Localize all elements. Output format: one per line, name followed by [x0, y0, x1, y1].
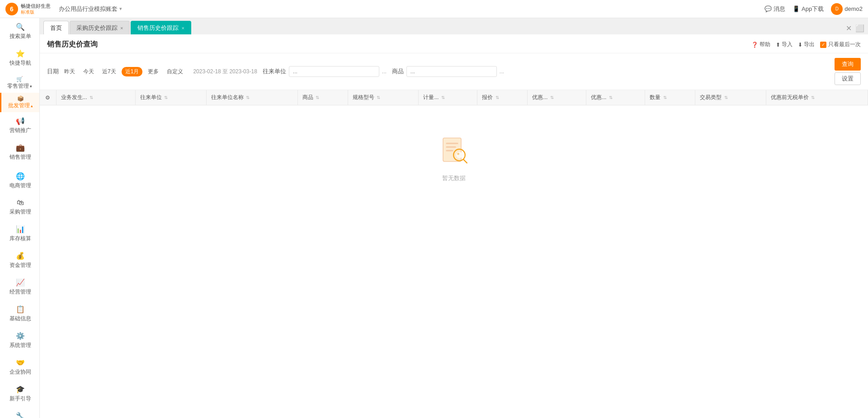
date-btn-custom[interactable]: 自定义	[164, 67, 186, 76]
import-icon: ⬆	[776, 42, 780, 48]
sidebar-item-sales-mgmt[interactable]: 💼 销售管理	[0, 139, 39, 166]
partner-filter-group: 往来单位 ...	[263, 66, 387, 77]
th-setting[interactable]: ⚙	[40, 90, 56, 105]
help-button[interactable]: ❓ 帮助	[751, 41, 770, 48]
th-unit[interactable]: 计量... ⇅	[419, 90, 477, 105]
th-pretax-price[interactable]: 优惠前无税单价 ⇅	[766, 90, 868, 105]
th-partner-name[interactable]: 往来单位名称 ⇅	[206, 90, 297, 105]
sort-icon: ⇅	[495, 95, 499, 100]
goods-input[interactable]	[406, 66, 497, 77]
svg-rect-1	[446, 142, 458, 144]
date-btn-today[interactable]: 今天	[80, 67, 97, 76]
sidebar-item-finance[interactable]: 💰 资金管理	[0, 247, 39, 274]
th-spec[interactable]: 规格型号 ⇅	[348, 90, 419, 105]
import-button[interactable]: ⬆ 导入	[776, 41, 793, 48]
th-biz-date[interactable]: 业务发生... ⇅	[56, 90, 136, 105]
date-btn-more[interactable]: 更多	[145, 67, 161, 76]
sort-icon: ⇅	[550, 95, 554, 100]
system-icon: ⚙️	[16, 332, 25, 340]
sidebar-item-guide[interactable]: 🎓 新手引导	[0, 380, 39, 407]
content-area: 首页 采购历史价跟踪 × 销售历史价跟踪 × ✕ ⬜ 销售历史价查询	[40, 18, 868, 418]
sidebar-item-purchase-mgmt[interactable]: 🛍 采购管理	[0, 194, 39, 220]
app-icon: 📱	[793, 5, 800, 12]
sidebar-item-wholesale-mgmt[interactable]: 📦 批发管理 ▴	[0, 93, 39, 112]
th-trade-type[interactable]: 交易类型 ⇅	[695, 90, 766, 105]
goods-dots: ...	[500, 68, 504, 75]
th-partner-code[interactable]: 往来单位 ⇅	[136, 90, 207, 105]
top-bar-left: 6 畅捷信好生意 标准版 办公用品行业模拟账套 ▾	[5, 3, 122, 15]
sidebar-item-apps[interactable]: 🔧 应用中心	[0, 407, 39, 418]
export-button[interactable]: ⬇ 导出	[798, 41, 815, 48]
empty-text: 暂无数据	[442, 174, 466, 182]
tab-maximize-button[interactable]: ⬜	[855, 24, 864, 33]
sidebar-item-system[interactable]: ⚙️ 系统管理	[0, 327, 39, 354]
date-btn-yesterday[interactable]: 昨天	[61, 67, 78, 76]
sidebar-item-operations[interactable]: 📈 经营管理	[0, 274, 39, 300]
date-filter-group: 日期 昨天 今天 近7天 近1月 更多 自定义	[47, 67, 186, 76]
date-btn-last7[interactable]: 近7天	[99, 67, 119, 76]
tab-purchase-history[interactable]: 采购历史价跟踪 ×	[70, 21, 130, 34]
query-button[interactable]: 查询	[835, 58, 861, 71]
tab-close-purchase[interactable]: ×	[120, 25, 123, 31]
sidebar-item-search-menu[interactable]: 🔍 搜索菜单	[0, 18, 39, 45]
tab-home[interactable]: 首页	[43, 21, 69, 34]
app-download-button[interactable]: 📱 App下载	[793, 5, 824, 13]
wholesale-icon: 📦	[17, 95, 24, 102]
th-goods[interactable]: 商品 ⇅	[297, 90, 348, 105]
sidebar-item-inventory[interactable]: 📊 库存核算	[0, 220, 39, 247]
sort-icon: ⇅	[441, 95, 445, 100]
top-bar-right: 💬 消息 📱 App下载 D demo2	[764, 3, 863, 15]
expand-icon: ▾	[30, 84, 32, 89]
message-button[interactable]: 💬 消息	[764, 5, 785, 13]
breadcrumb: 办公用品行业模拟账套 ▾	[59, 5, 122, 13]
sidebar-item-enterprise[interactable]: 🤝 企业协同	[0, 354, 39, 380]
retail-icon: 🛒	[16, 76, 23, 82]
date-range-display: 2023-02-18 至 2023-03-18	[191, 68, 257, 76]
tab-close-all-button[interactable]: ✕	[846, 24, 852, 33]
table-container: ⚙ 业务发生... ⇅ 往来单位 ⇅ 往来单位名称	[40, 90, 868, 418]
tabs-right-controls: ✕ ⬜	[846, 24, 864, 34]
th-discount2[interactable]: 优惠... ⇅	[586, 90, 645, 105]
user-profile[interactable]: D demo2	[831, 3, 863, 15]
setting-button[interactable]: 设置	[835, 72, 861, 85]
table-header-row: ⚙ 业务发生... ⇅ 往来单位 ⇅ 往来单位名称	[40, 90, 868, 105]
setting-icon: ⚙	[45, 95, 50, 101]
filter-bar: 日期 昨天 今天 近7天 近1月 更多 自定义 2023-02-18 至 202…	[40, 53, 868, 90]
sidebar-item-quick-nav[interactable]: ⭐ 快捷导航	[0, 45, 39, 71]
page-title: 销售历史价查询	[47, 40, 98, 49]
logo-area: 6 畅捷信好生意 标准版	[5, 3, 51, 15]
logo-icon: 6	[5, 3, 18, 15]
breadcrumb-arrow-icon[interactable]: ▾	[119, 6, 122, 12]
sidebar-item-retail-mgmt[interactable]: 🛒 零售管理 ▾	[0, 73, 39, 93]
th-discount1[interactable]: 优惠... ⇅	[528, 90, 586, 105]
guide-icon: 🎓	[16, 385, 25, 394]
only-last-checkbox[interactable]: ✓ 只看最后一次	[820, 41, 861, 48]
sales-icon: 💼	[16, 143, 25, 152]
sort-icon: ⇅	[90, 95, 93, 100]
th-quantity[interactable]: 数量 ⇅	[645, 90, 695, 105]
sort-icon: ⇅	[377, 95, 380, 100]
partner-input[interactable]	[289, 66, 379, 77]
data-table: ⚙ 业务发生... ⇅ 往来单位 ⇅ 往来单位名称	[40, 90, 868, 105]
basic-info-icon: 📋	[16, 305, 25, 314]
purchase-icon: 🛍	[17, 199, 24, 207]
sort-icon: ⇅	[724, 95, 728, 100]
inventory-icon: 📊	[16, 225, 25, 233]
tab-close-sales[interactable]: ×	[181, 25, 184, 31]
expand-icon: ▴	[31, 104, 33, 108]
page-header: 销售历史价查询 ❓ 帮助 ⬆ 导入 ⬇ 导出 ✓	[40, 34, 868, 53]
svg-line-5	[463, 159, 467, 163]
sidebar-item-marketing[interactable]: 📢 营销推广	[0, 112, 39, 139]
svg-rect-3	[446, 150, 453, 151]
date-btn-last1m[interactable]: 近1月	[122, 67, 143, 76]
page-content: 销售历史价查询 ❓ 帮助 ⬆ 导入 ⬇ 导出 ✓	[40, 34, 868, 418]
sidebar-item-basic-info[interactable]: 📋 基础信息	[0, 300, 39, 327]
svg-point-6	[456, 152, 462, 158]
th-quote[interactable]: 报价 ⇅	[477, 90, 528, 105]
sidebar-item-ecommerce[interactable]: 🌐 电商管理	[0, 167, 39, 194]
top-bar: 6 畅捷信好生意 标准版 办公用品行业模拟账套 ▾ 💬 消息 📱 App下载 D…	[0, 0, 868, 18]
finance-icon: 💰	[16, 252, 25, 260]
operations-icon: 📈	[16, 278, 25, 287]
tab-sales-history[interactable]: 销售历史价跟踪 ×	[131, 21, 191, 34]
sort-icon: ⇅	[811, 95, 815, 100]
